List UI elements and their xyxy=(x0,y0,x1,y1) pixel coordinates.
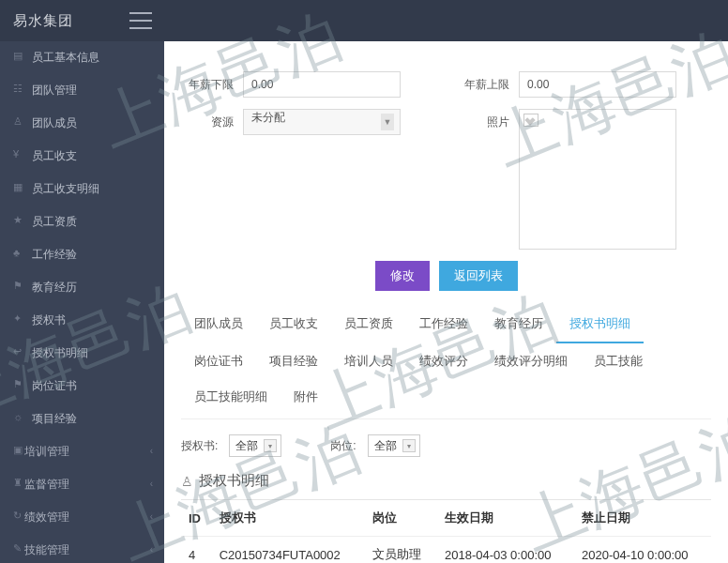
cell-id: 4 xyxy=(181,537,212,564)
back-button[interactable]: 返回列表 xyxy=(439,261,518,291)
card-icon: ▤ xyxy=(13,50,23,62)
sidebar-item-training[interactable]: ▣培训管理‹ xyxy=(0,435,164,468)
col-start: 生效日期 xyxy=(437,500,574,537)
tab-5[interactable]: 授权书明细 xyxy=(556,306,644,343)
sidebar-item-team-manage[interactable]: ☷团队管理 xyxy=(0,74,164,107)
chevron-left-icon: ‹ xyxy=(150,544,153,555)
menu-toggle-icon[interactable] xyxy=(129,12,152,29)
sidebar-item-team-member[interactable]: ♙团队成员 xyxy=(0,107,164,140)
cell-post: 文员助理 xyxy=(365,537,437,564)
col-cert: 授权书 xyxy=(212,500,366,537)
chevron-left-icon: ‹ xyxy=(150,479,153,489)
filter-row: 授权书: 全部 ▾ 岗位: 全部 ▾ xyxy=(181,418,711,463)
flag-icon: ⚑ xyxy=(13,378,23,390)
panel-title: ♙ 授权书明细 xyxy=(181,463,711,499)
sidebar-item-employee-pay-detail[interactable]: ▦员工收支明细 xyxy=(0,173,164,205)
resource-value: 未分配 xyxy=(251,111,285,124)
sidebar-item-cert[interactable]: ✦授权书 xyxy=(0,304,164,337)
sidebar-item-supervise[interactable]: ♜监督管理‹ xyxy=(0,468,164,501)
sidebar-item-employee-info[interactable]: ▤员工基本信息 xyxy=(0,41,164,74)
tab-13[interactable]: 附件 xyxy=(281,379,331,415)
resource-label: 资源 xyxy=(181,109,234,130)
main-content: 年薪下限 年薪上限 资源 未分配 ▼ 照片 修改 返回列表 团队成员员工收支员工… xyxy=(164,41,728,563)
sidebar-item-performance[interactable]: ↻绩效管理‹ xyxy=(0,501,164,534)
topbar: 易水集团 xyxy=(0,0,728,41)
tab-10[interactable]: 绩效评分明细 xyxy=(481,343,581,379)
flag-icon: ⚑ xyxy=(13,280,23,292)
tab-8[interactable]: 培训人员 xyxy=(331,343,406,379)
star-icon: ★ xyxy=(13,214,23,226)
tab-6[interactable]: 岗位证书 xyxy=(181,343,256,379)
cert-filter-label: 授权书: xyxy=(181,438,218,454)
cert-filter-select[interactable]: 全部 ▾ xyxy=(229,434,281,457)
book-icon: ▣ xyxy=(13,444,23,456)
salary-max-label: 年薪上限 xyxy=(457,71,509,93)
tab-1[interactable]: 员工收支 xyxy=(256,306,331,343)
photo-placeholder xyxy=(519,109,676,250)
sidebar-item-project-exp[interactable]: ☼项目经验 xyxy=(0,403,164,435)
cell-start: 2018-04-03 0:00:00 xyxy=(437,537,574,564)
sidebar-item-cert-detail[interactable]: ↩授权书明细 xyxy=(0,337,164,370)
person-icon: ♙ xyxy=(13,115,23,128)
col-id: ID xyxy=(181,500,212,537)
tab-0[interactable]: 团队成员 xyxy=(181,306,256,343)
sidebar-item-employee-pay[interactable]: ¥员工收支 xyxy=(0,140,164,173)
chevron-down-icon: ▾ xyxy=(264,439,277,452)
resource-select[interactable]: 未分配 ▼ xyxy=(243,109,401,135)
tab-12[interactable]: 员工技能明细 xyxy=(181,379,281,415)
sidebar-item-employee-qual[interactable]: ★员工资质 xyxy=(0,205,164,238)
tab-7[interactable]: 项目经验 xyxy=(256,343,331,379)
photo-label: 照片 xyxy=(457,109,509,130)
salary-min-input[interactable] xyxy=(243,71,401,98)
post-filter-select[interactable]: 全部 ▾ xyxy=(368,434,420,457)
sun-icon: ☼ xyxy=(13,411,23,422)
cert-detail-table: ID 授权书 岗位 生效日期 禁止日期 4C20150734FUTA0002文员… xyxy=(181,499,711,563)
broken-image-icon xyxy=(523,114,538,127)
chevron-left-icon: ‹ xyxy=(150,511,153,522)
chevron-down-icon: ▼ xyxy=(381,114,394,130)
tab-9[interactable]: 绩效评分 xyxy=(406,343,481,379)
badge-icon: ♣ xyxy=(13,247,20,258)
brand-title: 易水集团 xyxy=(13,12,73,30)
col-post: 岗位 xyxy=(365,500,437,537)
post-filter-label: 岗位: xyxy=(330,438,356,454)
cell-cert: C20150734FUTA0002 xyxy=(212,537,366,564)
tab-2[interactable]: 员工资质 xyxy=(331,306,406,343)
sidebar-item-work-exp[interactable]: ♣工作经验 xyxy=(0,238,164,271)
chevron-down-icon: ▾ xyxy=(402,439,416,452)
tab-3[interactable]: 工作经验 xyxy=(406,306,481,343)
salary-max-input[interactable] xyxy=(519,71,676,98)
wrench-icon: ✎ xyxy=(13,542,22,555)
back-icon: ↩ xyxy=(13,345,22,358)
list-icon: ▦ xyxy=(13,181,23,193)
sidebar-item-edu-history[interactable]: ⚑教育经历 xyxy=(0,271,164,304)
tab-11[interactable]: 员工技能 xyxy=(581,343,656,379)
sidebar: ▤员工基本信息 ☷团队管理 ♙团队成员 ¥员工收支 ▦员工收支明细 ★员工资质 … xyxy=(0,41,164,563)
modify-button[interactable]: 修改 xyxy=(375,261,430,291)
tabs: 团队成员员工收支员工资质工作经验教育经历授权书明细岗位证书项目经验培训人员绩效评… xyxy=(181,306,711,415)
cell-end: 2020-04-10 0:00:00 xyxy=(574,537,711,564)
building-icon: ♜ xyxy=(13,477,23,489)
table-row[interactable]: 4C20150734FUTA0002文员助理2018-04-03 0:00:00… xyxy=(181,537,711,564)
tab-4[interactable]: 教育经历 xyxy=(481,306,556,343)
yen-icon: ¥ xyxy=(13,148,19,160)
key-icon: ✦ xyxy=(13,312,22,325)
refresh-icon: ↻ xyxy=(13,510,22,522)
col-end: 禁止日期 xyxy=(574,500,711,537)
salary-min-label: 年薪下限 xyxy=(181,71,234,93)
chevron-left-icon: ‹ xyxy=(150,446,153,456)
sidebar-item-skill[interactable]: ✎技能管理‹ xyxy=(0,534,164,563)
sidebar-item-post-cert[interactable]: ⚑岗位证书 xyxy=(0,370,164,403)
person-icon: ♙ xyxy=(181,474,193,489)
team-icon: ☷ xyxy=(13,83,23,95)
